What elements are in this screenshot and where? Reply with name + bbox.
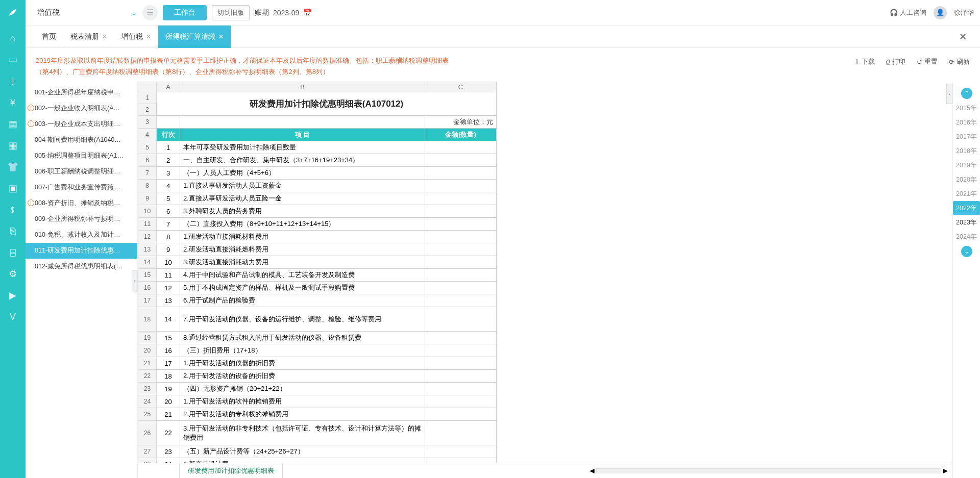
amount-cell[interactable] <box>425 167 497 180</box>
amount-cell[interactable] <box>425 344 497 357</box>
amount-cell[interactable] <box>425 421 497 445</box>
app-logo[interactable] <box>0 0 26 26</box>
item-cell[interactable]: 本年可享受研发费用加计扣除项目数量 <box>180 141 425 154</box>
amount-cell[interactable] <box>425 205 497 218</box>
item-cell[interactable]: 1.直接从事研发活动人员工资薪金 <box>180 180 425 192</box>
year-2018年[interactable]: 2018年 <box>956 144 977 158</box>
collapse-form-list[interactable]: ‹ <box>132 270 138 292</box>
tax-type-select[interactable]: 增值税 ⌄ <box>37 8 137 17</box>
horizontal-scrollbar[interactable]: ◄► <box>585 468 952 474</box>
year-2021年[interactable]: 2021年 <box>956 187 977 201</box>
clipboard-icon[interactable]: ▤ <box>7 118 18 130</box>
seq-cell[interactable]: 5 <box>157 192 180 205</box>
form-list-item[interactable]: 008-资产折旧、摊销及纳税… <box>26 195 137 211</box>
seq-cell[interactable]: 9 <box>157 243 180 256</box>
sheet-grid[interactable]: ABC1研发费用加计扣除优惠明细表(A107012)23金额单位：元4行次项 目… <box>138 82 952 463</box>
grid-icon[interactable]: ▣ <box>7 183 18 194</box>
tab-所得税汇算清缴[interactable]: 所得税汇算清缴✕ <box>158 26 231 48</box>
tab-税表清册[interactable]: 税表清册✕ <box>63 26 114 48</box>
amount-cell[interactable] <box>425 357 497 370</box>
amount-cell[interactable] <box>425 282 497 294</box>
seq-cell[interactable]: 3 <box>157 167 180 180</box>
close-all-tabs[interactable]: ✕ <box>955 29 971 44</box>
amount-cell[interactable] <box>425 332 497 344</box>
year-2020年[interactable]: 2020年 <box>956 172 977 187</box>
sheet-tab[interactable]: 研发费用加计扣除优惠明细表 <box>180 463 283 478</box>
tab-增值税[interactable]: 增值税✕ <box>114 26 158 48</box>
refresh-button[interactable]: ⟳刷新 <box>949 57 970 66</box>
item-cell[interactable]: 3.研发活动直接消耗动力费用 <box>180 256 425 269</box>
row-num[interactable]: 7 <box>138 167 157 180</box>
seq-cell[interactable]: 1 <box>157 141 180 154</box>
item-cell[interactable]: 一、自主研发、合作研发、集中研发（3+7+16+19+23+34） <box>180 154 425 167</box>
report-icon[interactable]: ▦ <box>7 140 18 151</box>
item-cell[interactable]: （五）新产品设计费等（24+25+26+27） <box>180 445 425 458</box>
row-num[interactable]: 13 <box>138 243 157 256</box>
year-2024年[interactable]: 2024年 <box>956 230 977 244</box>
col-header[interactable]: A <box>157 82 180 92</box>
amount-cell[interactable] <box>425 445 497 458</box>
seq-cell[interactable]: 14 <box>157 307 180 332</box>
seq-cell[interactable]: 23 <box>157 445 180 458</box>
seq-cell[interactable]: 6 <box>157 205 180 218</box>
item-cell[interactable]: 1.用于研发活动的仪器的折旧费 <box>180 357 425 370</box>
year-2015年[interactable]: 2015年 <box>956 101 977 115</box>
item-cell[interactable]: （四）无形资产摊销（20+21+22） <box>180 383 425 395</box>
row-num[interactable]: 24 <box>138 395 157 408</box>
amount-cell[interactable] <box>425 370 497 383</box>
row-num[interactable]: 19 <box>138 332 157 344</box>
year-scroll-down[interactable]: ⌄ <box>961 246 972 257</box>
seq-cell[interactable]: 24 <box>157 458 180 463</box>
year-2019年[interactable]: 2019年 <box>956 158 977 172</box>
row-num[interactable]: 26 <box>138 421 157 445</box>
card-icon[interactable]: ▭ <box>7 54 18 65</box>
seq-cell[interactable]: 16 <box>157 344 180 357</box>
shirt-icon[interactable]: 👕 <box>7 161 18 172</box>
inbox-icon[interactable]: ⌸ <box>7 247 18 258</box>
seq-cell[interactable]: 19 <box>157 383 180 395</box>
row-num[interactable]: 27 <box>138 445 157 458</box>
form-list-item[interactable]: 006-职工薪酬纳税调整明细… <box>26 164 137 180</box>
item-cell[interactable]: （一）人员人工费用（4+5+6） <box>180 167 425 180</box>
expand-right-panel[interactable]: › <box>946 84 952 104</box>
year-scroll-up[interactable]: ⌃ <box>961 88 972 99</box>
v-icon[interactable]: V <box>7 311 18 322</box>
close-icon[interactable]: ✕ <box>146 33 151 40</box>
amount-cell[interactable] <box>425 256 497 269</box>
print-button[interactable]: ⎙打印 <box>886 57 905 66</box>
item-cell[interactable]: 4.用于中间试验和产品试制的模具、工艺装备开发及制造费 <box>180 269 425 282</box>
tax-icon[interactable]: ﹩ <box>7 204 18 215</box>
item-cell[interactable]: （二）直接投入费用（8+9+10+11+12+13+14+15） <box>180 218 425 231</box>
seq-cell[interactable]: 13 <box>157 294 180 307</box>
avatar[interactable]: 👤 <box>934 6 947 19</box>
item-cell[interactable]: 7.用于研发活动的仪器、设备的运行维护、调整、检验、维修等费用 <box>180 307 425 332</box>
video-icon[interactable]: ▶ <box>7 290 18 301</box>
item-cell[interactable]: 2.直接从事研发活动人员五险一金 <box>180 192 425 205</box>
home-icon[interactable]: ⌂ <box>7 33 18 44</box>
amount-cell[interactable] <box>425 231 497 243</box>
form-list-item[interactable]: 007-广告费和业务宣传费跨… <box>26 180 137 195</box>
gear-icon[interactable]: ⚙ <box>7 268 18 280</box>
save-icon[interactable]: ⎘ <box>7 225 18 237</box>
switch-old-button[interactable]: 切到旧版 <box>212 5 250 20</box>
amount-cell[interactable] <box>425 192 497 205</box>
row-num[interactable]: 8 <box>138 180 157 192</box>
close-icon[interactable]: ✕ <box>102 33 107 40</box>
item-cell[interactable]: 1.新产品设计费 <box>180 458 425 463</box>
doc-circle-button[interactable]: ☰ <box>142 5 158 20</box>
tab-首页[interactable]: 首页 <box>35 26 63 48</box>
item-cell[interactable]: 8.通过经营租赁方式租入的用于研发活动的仪器、设备租赁费 <box>180 332 425 344</box>
amount-cell[interactable] <box>425 294 497 307</box>
item-cell[interactable]: 2.研发活动直接消耗燃料费用 <box>180 243 425 256</box>
form-list-item[interactable]: 005-纳税调整项目明细表(A1… <box>26 148 137 164</box>
form-list-item[interactable]: 012-减免所得税优惠明细表(… <box>26 259 137 274</box>
amount-cell[interactable] <box>425 218 497 231</box>
row-num[interactable]: 14 <box>138 256 157 269</box>
row-num[interactable]: 10 <box>138 205 157 218</box>
year-2016年[interactable]: 2016年 <box>956 115 977 130</box>
amount-cell[interactable] <box>425 458 497 463</box>
row-num[interactable]: 6 <box>138 154 157 167</box>
seq-cell[interactable]: 11 <box>157 269 180 282</box>
seq-cell[interactable]: 4 <box>157 180 180 192</box>
amount-cell[interactable] <box>425 408 497 421</box>
